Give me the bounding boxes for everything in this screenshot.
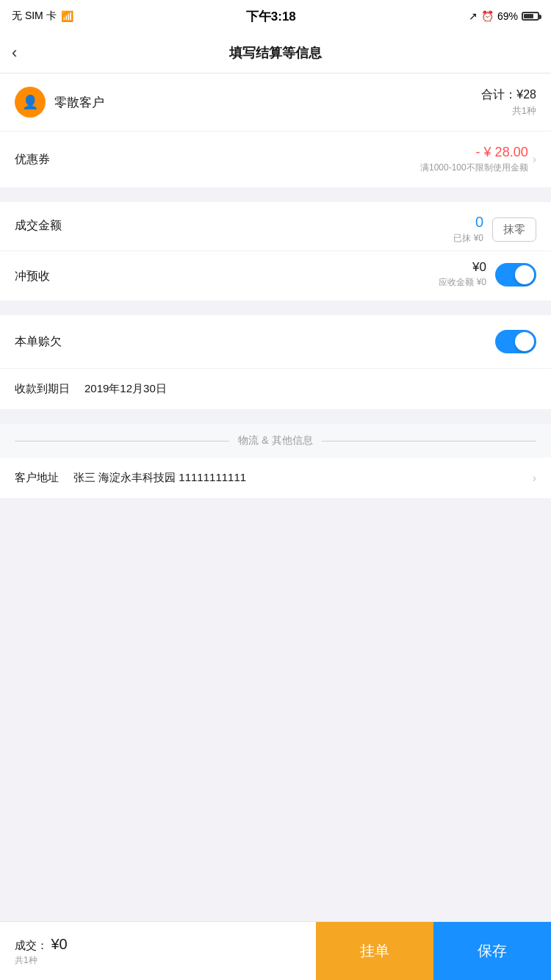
transaction-row: 成交金额 0 已抹 ¥0 抹零 [0,202,551,251]
battery-icon [522,12,539,21]
bottom-trans-amount: ¥0 [51,936,67,952]
status-bar: 无 SIM 卡 📶 下午3:18 ↗ ⏰ 69% [0,0,551,32]
bottom-count: 共1种 [15,954,301,967]
hang-button[interactable]: 挂单 [316,922,433,980]
customer-row: 👤 零散客户 合计：¥28 共1种 [0,73,551,131]
back-button[interactable]: ‹ [6,37,23,68]
transaction-label: 成交金额 [15,214,62,234]
page-title: 填写结算等信息 [229,44,322,62]
section-divider-2 [0,308,551,315]
logistics-line-left [15,441,229,442]
discount-amount: - ¥ 28.00 [420,145,528,160]
chevron-right-icon: › [533,153,536,166]
amount-value-block: 0 已抹 ¥0 [453,214,483,245]
prepay-sub: 应收金额 ¥0 [439,276,486,289]
carrier-text: 无 SIM 卡 [12,10,57,23]
save-button[interactable]: 保存 [433,922,551,980]
prepay-toggle[interactable] [495,263,536,287]
customer-left: 👤 零散客户 [15,87,104,118]
bottom-trans-label: 成交： [15,939,48,951]
address-value: 张三 海淀永丰科技园 11111111111 [73,471,246,485]
section-divider-1 [0,195,551,202]
coupon-label: 优惠券 [15,152,50,167]
transaction-section: 成交金额 0 已抹 ¥0 抹零 冲预收 ¥0 应收金额 ¥0 [0,202,551,300]
avatar-icon: 👤 [22,94,38,110]
transaction-sub: 已抹 ¥0 [453,232,483,245]
customer-total: 合计：¥28 共1种 [481,87,536,118]
address-left: 客户地址 张三 海淀永丰科技园 11111111111 [15,471,246,485]
prepay-values: ¥0 应收金额 ¥0 [439,260,486,289]
logistics-line-right [322,441,536,442]
location-icon: ↗ [469,10,478,22]
due-date-row[interactable]: 收款到期日 2019年12月30日 [0,368,551,409]
total-count: 共1种 [481,104,536,118]
avatar: 👤 [15,87,46,118]
status-left: 无 SIM 卡 📶 [12,10,73,23]
wifi-icon: 📶 [61,10,73,22]
debt-section: 本单赊欠 收款到期日 2019年12月30日 [0,315,551,409]
status-time: 下午3:18 [246,8,296,25]
debt-toggle-knob [515,332,534,351]
status-right: ↗ ⏰ 69% [469,10,539,22]
bottom-actions: 挂单 保存 [316,922,551,980]
round-button[interactable]: 抹零 [492,217,536,242]
prepay-amount: ¥0 [439,260,486,275]
battery-percent: 69% [497,10,518,22]
prepay-right: ¥0 应收金额 ¥0 [439,260,536,289]
empty-space [0,505,551,652]
toggle-knob [515,265,534,284]
address-label: 客户地址 [15,471,59,485]
logistics-header: 物流 & 其他信息 [0,424,551,458]
amount-right: 0 已抹 ¥0 抹零 [453,214,536,245]
coupon-row[interactable]: 优惠券 - ¥ 28.00 满1000-100不限制使用金额 › [0,131,551,187]
bottom-info: 成交： ¥0 共1种 [0,936,316,967]
alarm-icon: ⏰ [481,10,494,22]
nav-bar: ‹ 填写结算等信息 [0,32,551,73]
coupon-right: - ¥ 28.00 满1000-100不限制使用金额 › [420,145,536,174]
transaction-value: 0 [453,214,483,231]
due-date-value: 2019年12月30日 [84,382,167,396]
debt-label: 本单赊欠 [15,334,62,350]
prepay-row: 冲预收 ¥0 应收金额 ¥0 [0,251,551,300]
logistics-label: 物流 & 其他信息 [238,434,312,447]
customer-section: 👤 零散客户 合计：¥28 共1种 优惠券 - ¥ 28.00 满1000-10… [0,73,551,187]
bottom-trans-row: 成交： ¥0 [15,936,301,953]
due-date-label: 收款到期日 [15,382,70,396]
prepay-label: 冲预收 [15,264,50,284]
customer-name: 零散客户 [54,94,104,111]
section-divider-3 [0,417,551,424]
address-chevron-icon: › [533,472,536,485]
debt-row: 本单赊欠 [0,315,551,368]
discount-desc: 满1000-100不限制使用金额 [420,162,528,174]
total-price: 合计：¥28 [481,87,536,103]
debt-toggle[interactable] [495,330,536,353]
coupon-discount: - ¥ 28.00 满1000-100不限制使用金额 [420,145,528,174]
address-row[interactable]: 客户地址 张三 海淀永丰科技园 11111111111 › [0,458,551,498]
bottom-bar: 成交： ¥0 共1种 挂单 保存 [0,921,551,980]
address-section: 客户地址 张三 海淀永丰科技园 11111111111 › [0,458,551,498]
